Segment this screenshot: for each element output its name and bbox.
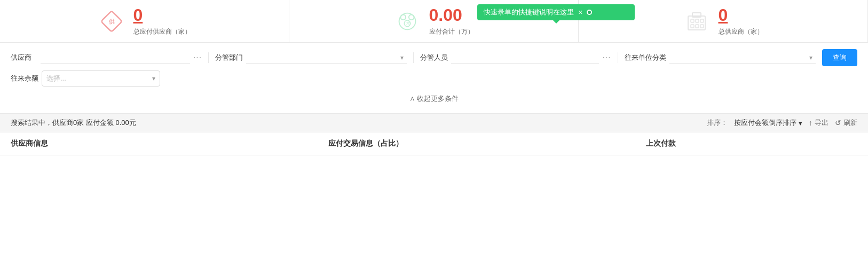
col-transaction-header: 应付交易信息（占比） [328, 139, 646, 148]
filter-department: 分管部门 ▾ [215, 52, 406, 64]
svg-text:米: 米 [406, 20, 411, 25]
refresh-label: 刷新 [843, 118, 857, 128]
sort-chevron: ▾ [799, 119, 802, 127]
svg-point-3 [400, 14, 406, 20]
supplier-dots-btn[interactable]: ··· [193, 53, 202, 62]
department-select[interactable]: ▾ [246, 52, 406, 64]
balance-chevron: ▾ [152, 75, 155, 82]
balance-placeholder: 选择... [46, 74, 66, 83]
query-button[interactable]: 查询 [822, 49, 857, 66]
svg-rect-12 [696, 25, 699, 28]
result-summary: 搜索结果中，供应商0家 应付金额 0.00元 [11, 118, 136, 128]
sort-label: 排序： [707, 118, 728, 128]
payable-suppliers-label: 总应付供应商（家） [133, 27, 191, 36]
collapse-button[interactable]: ∧ 收起更多条件 [409, 94, 459, 104]
filter-supplier: 供应商 ··· [11, 51, 202, 64]
building-icon [683, 8, 710, 35]
balance-select[interactable]: 选择... ▾ [42, 70, 160, 87]
tooltip-dot [587, 10, 592, 15]
content-area [0, 155, 868, 275]
filter-unit-class: 往来单位分类 ▾ [625, 52, 816, 64]
tooltip-line [596, 12, 628, 13]
department-chevron: ▾ [400, 54, 404, 61]
total-suppliers-label: 总供应商（家） [719, 27, 763, 36]
unit-class-select[interactable]: ▾ [669, 52, 816, 64]
tooltip-text: 快速录单的快捷键说明在这里 [484, 7, 574, 17]
filter-row-2: 往来余额 选择... ▾ [11, 70, 857, 87]
col-last-payment-header: 上次付款 [646, 139, 858, 148]
supplier-label: 供应商 [11, 53, 37, 62]
svg-point-4 [408, 14, 414, 20]
balance-label: 往来余额 [11, 74, 38, 83]
filter-section: 供应商 ··· 分管部门 ▾ 分管人员 ··· 往来单位分类 ▾ [0, 43, 868, 114]
manager-label: 分管人员 [420, 53, 448, 62]
stat-payable-suppliers: 供 0 总应付供应商（家） [0, 0, 289, 42]
svg-rect-13 [700, 25, 704, 28]
divider-3 [618, 52, 618, 63]
filter-manager: 分管人员 ··· [420, 51, 611, 64]
result-actions: 排序： 按应付会额倒序排序 ▾ ↑ 导出 ↺ 刷新 [707, 118, 857, 128]
department-label: 分管部门 [215, 53, 243, 62]
payable-total-label: 应付合计（万） [429, 27, 474, 36]
svg-rect-11 [691, 25, 694, 28]
payable-suppliers-number[interactable]: 0 [133, 6, 191, 25]
shortcut-tooltip: 快速录单的快捷键说明在这里 × [477, 4, 635, 20]
filter-row-1: 供应商 ··· 分管部门 ▾ 分管人员 ··· 往来单位分类 ▾ [11, 49, 857, 66]
manager-input[interactable] [451, 51, 599, 64]
filter-balance: 往来余额 选择... ▾ [11, 70, 160, 87]
table-header: 供应商信息 应付交易信息（占比） 上次付款 [0, 132, 868, 155]
export-icon: ↑ [809, 119, 812, 127]
refresh-button[interactable]: ↺ 刷新 [835, 118, 857, 128]
result-bar: 搜索结果中，供应商0家 应付金额 0.00元 排序： 按应付会额倒序排序 ▾ ↑… [0, 114, 868, 132]
collapse-bar: ∧ 收起更多条件 [11, 91, 857, 109]
sort-value: 按应付会额倒序排序 [734, 118, 796, 128]
col-supplier-info-header: 供应商信息 [11, 139, 328, 148]
unit-class-chevron: ▾ [809, 54, 812, 61]
bear-icon: 米 [394, 8, 421, 35]
svg-rect-8 [691, 19, 694, 22]
diamond-icon: 供 [98, 8, 125, 35]
unit-class-label: 往来单位分类 [625, 53, 666, 62]
tooltip-close-btn[interactable]: × [578, 9, 582, 16]
svg-text:供: 供 [108, 18, 114, 25]
refresh-icon: ↺ [835, 119, 841, 127]
sort-select[interactable]: 按应付会额倒序排序 ▾ [734, 118, 802, 128]
manager-dots-btn[interactable]: ··· [602, 53, 611, 62]
export-label: 导出 [815, 118, 828, 128]
stats-bar: 供 0 总应付供应商（家） 米 [0, 0, 868, 43]
supplier-input[interactable] [41, 51, 190, 64]
svg-rect-9 [696, 19, 699, 22]
export-button[interactable]: ↑ 导出 [809, 118, 828, 128]
divider-2 [413, 52, 414, 63]
payable-total-number[interactable]: 0.00 [429, 6, 474, 25]
total-suppliers-number[interactable]: 0 [719, 6, 763, 25]
divider-1 [208, 52, 209, 63]
svg-rect-10 [700, 19, 704, 22]
